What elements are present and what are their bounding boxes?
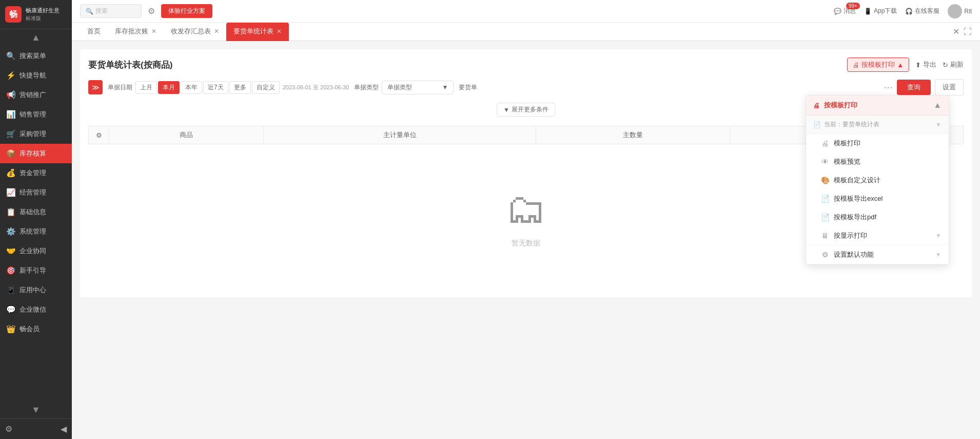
nav-label-operations: 经营管理 — [19, 188, 46, 197]
message-btn[interactable]: 💬 消息 99+ — [834, 7, 856, 15]
nav-label-member: 畅会员 — [19, 325, 40, 334]
dropdown-close-btn[interactable]: ▲ — [933, 101, 942, 110]
tab-order-stats[interactable]: 要货单统计表✕ — [226, 23, 289, 41]
tab-close-receivable-summary[interactable]: ✕ — [214, 28, 219, 35]
expand-more-label: 展开更多条件 — [512, 105, 548, 114]
type-filter-select[interactable]: 单据类型 ▼ — [382, 81, 454, 94]
dropdown-item-template-excel[interactable]: 📄按模板导出excel — [806, 189, 949, 208]
tab-close-order-stats[interactable]: ✕ — [277, 28, 282, 35]
nav-icon-quick-nav: ⚡ — [6, 71, 15, 80]
sidebar-item-member[interactable]: 👑畅会员 — [0, 319, 72, 339]
support-icon: 🎧 — [905, 8, 913, 15]
page-title: 要货单统计表(按商品) — [88, 59, 172, 71]
sidebar-item-guide[interactable]: 🎯新手引导 — [0, 261, 72, 280]
expand-more-btn[interactable]: ▼ 展开更多条件 — [497, 103, 555, 117]
more-options-icon[interactable]: ⋯ — [884, 82, 893, 93]
message-icon: 💬 — [834, 8, 841, 15]
sidebar-item-purchase[interactable]: 🛒采购管理 — [0, 124, 72, 144]
dropdown-label-template-preview: 模板预览 — [834, 157, 860, 166]
dropdown-title: 🖨 按模板打印 — [813, 101, 857, 110]
sidebar-item-search[interactable]: 🔍搜索菜单 — [0, 46, 72, 66]
date-btn-更多[interactable]: 更多 — [229, 81, 251, 94]
dropdown-item-template-print[interactable]: 🖨模板打印 — [806, 134, 949, 152]
sidebar-item-basics[interactable]: 📋基础信息 — [0, 202, 72, 222]
sidebar-item-appstore[interactable]: 📱应用中心 — [0, 280, 72, 300]
industry-btn[interactable]: 体验行业方案 — [161, 4, 212, 18]
date-btn-上月[interactable]: 上月 — [135, 81, 157, 94]
print-btn[interactable]: 🖨 按模板打印 ▲ — [847, 58, 909, 72]
dropdown-label-template-pdf: 按模板导出pdf — [834, 213, 876, 222]
nav-label-inventory: 库存核算 — [19, 149, 46, 158]
date-btn-近7天[interactable]: 近7天 — [203, 81, 228, 94]
type-filter-group: 单据类型 单据类型 ▼ — [354, 81, 454, 94]
dropdown-label-template-design: 模板自定义设计 — [834, 176, 880, 185]
collapse-icon[interactable]: ◀ — [61, 424, 67, 434]
refresh-btn[interactable]: ↻ 刷新 — [943, 60, 964, 69]
display-print-item[interactable]: 🖥 按显示打印 ▼ — [806, 226, 949, 245]
dropdown-item-template-design[interactable]: 🎨模板自定义设计 — [806, 171, 949, 189]
date-btn-自定义[interactable]: 自定义 — [252, 81, 280, 94]
filter-row: ≫ 单据日期 上月本月本年近7天更多自定义 2023-06-01 至 2023-… — [88, 79, 964, 96]
app-download-label: App下载 — [874, 7, 897, 15]
logo-badge: 标准版 — [26, 15, 60, 22]
sidebar-item-sales[interactable]: 📊销售管理 — [0, 105, 72, 124]
refresh-label: 刷新 — [950, 60, 964, 69]
sidebar-item-inventory[interactable]: 📦库存核算 — [0, 144, 72, 163]
default-func-arrow-icon: ▼ — [935, 251, 942, 258]
display-print-label: 按显示打印 — [834, 231, 867, 240]
export-btn[interactable]: ⬆ 导出 — [915, 60, 936, 69]
type-chevron-icon: ▼ — [442, 84, 448, 91]
nav-icon-purchase: 🛒 — [6, 129, 15, 139]
nav-icon-operations: 📈 — [6, 188, 15, 197]
search-placeholder: 搜索 — [95, 7, 108, 15]
app-download-btn[interactable]: 📱 App下载 — [864, 7, 897, 15]
scroll-up-btn[interactable]: ▲ — [29, 30, 43, 45]
display-print-arrow-icon: ▼ — [935, 232, 942, 239]
print-chevron-icon: ▲ — [897, 61, 904, 69]
sidebar-item-quick-nav[interactable]: ⚡快捷导航 — [0, 66, 72, 85]
order-type-label: 要货单 — [459, 83, 477, 92]
date-btn-本年[interactable]: 本年 — [181, 81, 202, 94]
dropdown-item-template-preview[interactable]: 👁模板预览 — [806, 152, 949, 171]
user-name: Rit — [964, 8, 972, 15]
nav-icon-finance: 💰 — [6, 168, 15, 178]
dropdown-label-template-excel: 按模板导出excel — [834, 194, 883, 203]
export-label: 导出 — [923, 60, 936, 69]
dropdown-item-template-pdf[interactable]: 📄按模板导出pdf — [806, 208, 949, 226]
tab-home[interactable]: 首页 — [80, 23, 108, 41]
tab-label-batch-account: 库存批次账 — [115, 27, 148, 36]
content-area: 要货单统计表(按商品) 🖨 按模板打印 ▲ ⬆ 导出 ↻ 刷新 — [72, 41, 980, 439]
tabbar-expand-btn[interactable]: ⛶ — [964, 27, 972, 36]
default-func-item[interactable]: ⚙ 设置默认功能 ▼ — [806, 245, 949, 264]
print-label: 按模板打印 — [861, 60, 895, 69]
current-label: 当前：要货单统计表 — [824, 120, 879, 129]
nav-icon-member: 👑 — [6, 325, 15, 334]
dropdown-icon-template-print: 🖨 — [820, 139, 830, 147]
tab-close-batch-account[interactable]: ✕ — [151, 28, 156, 35]
search-input[interactable]: 🔍 搜索 — [80, 4, 142, 18]
sidebar-item-weixin[interactable]: 💬企业微信 — [0, 300, 72, 319]
default-func-label: 设置默认功能 — [834, 250, 874, 259]
sidebar-item-collab[interactable]: 🤝企业协同 — [0, 241, 72, 261]
nav-icon-sales: 📊 — [6, 110, 15, 119]
settings-btn[interactable]: 设置 — [935, 79, 964, 96]
nav-label-appstore: 应用中心 — [19, 285, 46, 295]
tab-receivable-summary[interactable]: 收发存汇总表✕ — [164, 23, 226, 41]
online-support-btn[interactable]: 🎧 在线客服 — [905, 7, 939, 15]
tab-batch-account[interactable]: 库存批次账✕ — [108, 23, 164, 41]
filter-expand-btn[interactable]: ≫ — [88, 80, 103, 94]
settings-icon[interactable]: ⚙ — [5, 424, 12, 434]
user-avatar[interactable]: Rit — [948, 4, 972, 18]
sidebar-item-marketing[interactable]: 📢营销推广 — [0, 85, 72, 105]
sidebar-item-system[interactable]: ⚙️系统管理 — [0, 222, 72, 241]
query-btn[interactable]: 查询 — [897, 80, 931, 95]
sidebar-item-finance[interactable]: 💰资金管理 — [0, 163, 72, 183]
date-btn-本月[interactable]: 本月 — [158, 81, 180, 94]
scroll-down-btn[interactable]: ▼ — [29, 403, 43, 417]
tabbar-close-btn[interactable]: ✕ — [953, 27, 959, 36]
sidebar-item-operations[interactable]: 📈经营管理 — [0, 183, 72, 202]
gear-icon[interactable]: ⚙ — [148, 6, 155, 16]
nav-label-weixin: 企业微信 — [19, 305, 46, 314]
dropdown-label-template-print: 模板打印 — [834, 139, 860, 148]
col-settings: ⚙ — [89, 126, 109, 144]
